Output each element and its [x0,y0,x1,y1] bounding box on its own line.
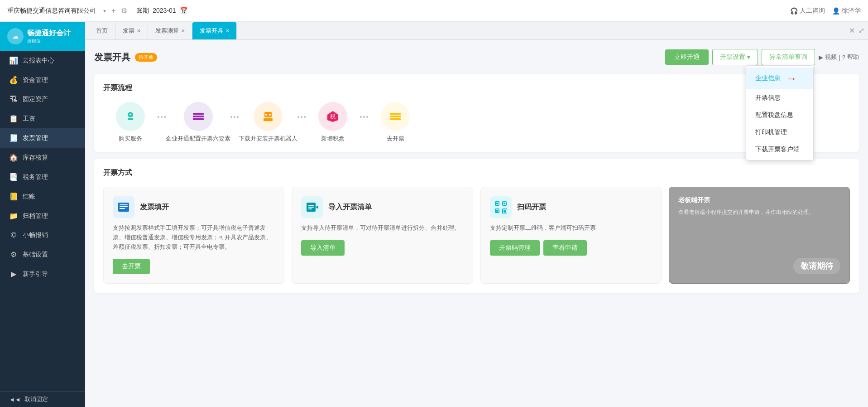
page-content: 发票开具 待开通 立即开通 开票设置 ▾ 异常清单查询 ▶ 视频 [85,40,868,407]
dropdown-item-company-info[interactable]: 企业信息 → [746,68,813,89]
tab-bar-actions: ✕ ⤢ [849,26,864,35]
import-invoice-title: 导入开票清单 [328,203,372,212]
tab-close-all-btn[interactable]: ✕ [849,26,855,35]
user-service[interactable]: 🎧 人工咨询 [790,7,825,15]
sidebar-item-jichu[interactable]: ⚙ 基础设置 [0,245,85,264]
taxdisk-label: 新增税盘 [321,135,345,143]
user-avatar-icon: 👤 [832,7,840,15]
tab-expand-btn[interactable]: ⤢ [858,26,864,35]
svg-point-7 [269,114,271,116]
anomaly-button[interactable]: 异常清单查询 [762,49,815,65]
download-label: 下载并安装开票机器人 [239,135,297,143]
method-import-header: 导入开票清单 [301,196,463,218]
tab-fapiaokaiwan[interactable]: 发票开具 × [192,22,237,39]
money-icon: 💰 [9,76,18,84]
account-icon: 📒 [9,192,18,201]
sidebar-item-kucun[interactable]: 🏠 库存核算 [0,148,85,167]
guide-icon: ▶ [9,270,18,278]
step-divider-3 [297,116,306,129]
methods-section-title: 开票方式 [103,168,850,178]
top-bar: 重庆畅捷交通信息咨询有限公司 ▾ + ⚙ 账期 2023-01 📅 🎧 人工咨询… [0,0,868,22]
taxdisk-icon: 税+ [318,102,347,131]
sidebar-item-xiaochang[interactable]: © 小畅报销 [0,226,85,245]
tab-fapiao[interactable]: 发票 × [115,22,148,39]
svg-rect-4 [193,118,204,120]
dropdown-item-printer[interactable]: 打印机管理 [746,124,813,141]
methods-section: 开票方式 发票填开 支持按照发票样式手工填开发票；可开具增值税电子普通发票、增值… [94,159,859,293]
red-arrow-icon: → [786,72,797,85]
fill-invoice-title: 发票填开 [140,203,169,212]
sidebar-bottom-action[interactable]: ◄◄ 取消固定 [0,391,85,407]
settings-label: 开票设置 [720,53,745,61]
svg-rect-8 [264,118,273,121]
app-container: 重庆畅捷交通信息咨询有限公司 ▾ + ⚙ 账期 2023-01 📅 🎧 人工咨询… [0,0,868,407]
logo-subtitle: 旗舰版 [27,38,71,44]
sidebar-item-yunbao[interactable]: 📊 云报表中心 [0,51,85,70]
flow-section-title: 开票流程 [103,83,850,93]
flow-step-taxdisk: 税+ 新增税盘 [306,102,360,143]
dropdown-item-invoice-info[interactable]: 开票信息 [746,89,813,107]
config-label: 企业开通配置开票六要素 [166,135,230,143]
sidebar-item-fapiao[interactable]: 🧾 发票管理 [0,128,85,148]
archive-icon: 📁 [9,212,18,220]
page-title-area: 发票开具 待开通 [94,51,157,63]
dropdown-menu: 企业信息 → 开票信息 配置税盘信息 打印机管理 [746,65,814,160]
svg-text:+: + [129,112,132,117]
scan-invoice-btn2[interactable]: 查看申请 [543,240,587,256]
top-bar-right: 🎧 人工咨询 👤 徐泽华 [790,7,861,15]
go-invoice-label: 去开票 [387,135,404,143]
salary-icon: 📋 [9,114,18,123]
sidebar-item-gudingzichan[interactable]: 🏗 固定资产 [0,90,85,109]
add-icon[interactable]: + [111,7,115,15]
activate-button[interactable]: 立即开通 [665,49,709,65]
scan-invoice-icon [490,196,512,218]
svg-rect-28 [504,203,505,204]
sidebar-item-jiezhang[interactable]: 📒 结账 [0,187,85,206]
svg-rect-29 [496,210,498,212]
sidebar-item-shuiwu[interactable]: 📑 税务管理 [0,167,85,187]
scan-invoice-btn1[interactable]: 开票码管理 [490,240,540,256]
config-icon [184,102,213,131]
dropdown-item-company-info-label: 企业信息 [755,74,781,82]
buy-service-icon: + [116,102,145,131]
tab-fapiaocesuan-close[interactable]: × [182,28,185,34]
tab-fapiaokaiwan-close[interactable]: × [226,28,229,34]
page-header: 发票开具 待开通 立即开通 开票设置 ▾ 异常清单查询 ▶ 视频 [94,49,859,65]
content-area: 首页 发票 × 发票测算 × 发票开具 × ✕ ⤢ [85,22,868,407]
boss-invoice-desc: 查看老板端小程序提交的开票申请，并作出相应的处理。 [678,208,840,216]
page-actions: 立即开通 开票设置 ▾ 异常清单查询 ▶ 视频 | ? 帮助 [665,49,859,65]
sidebar-item-guidang[interactable]: 📁 归档管理 [0,206,85,226]
svg-rect-27 [496,203,498,204]
sidebar-item-zijin[interactable]: 💰 资金管理 [0,70,85,90]
fill-invoice-btn[interactable]: 去开票 [113,259,150,274]
tab-fapiaocesuan[interactable]: 发票测算 × [148,22,192,39]
method-card-scan: 扫码开票 支持定制开票二维码，客户端可扫码开票 开票码管理 查看申请 [480,187,662,284]
svg-point-6 [265,114,267,116]
sidebar-item-label: 发票管理 [23,134,48,142]
sidebar-item-label: 固定资产 [23,95,48,103]
settings-icon[interactable]: ⚙ [121,6,127,15]
dropdown-item-tax-disk[interactable]: 配置税盘信息 [746,107,813,124]
tab-fapiaokaiwan-label: 发票开具 [200,27,223,35]
boss-invoice-badge: 敬请期待 [793,258,840,274]
video-button[interactable]: ▶ 视频 | ? 帮助 [819,53,859,61]
svg-rect-21 [308,205,314,206]
settings-button[interactable]: 开票设置 ▾ [712,49,758,65]
fill-invoice-icon [113,196,134,218]
sidebar-item-label: 归档管理 [23,212,48,220]
tab-home[interactable]: 首页 [89,22,115,39]
sidebar-item-gongzi[interactable]: 📋 工资 [0,109,85,128]
sidebar-item-label: 资金管理 [23,76,48,84]
headset-icon: 🎧 [790,7,798,15]
help-icon: ? [842,54,845,61]
sidebar-item-xinshou[interactable]: ▶ 新手引导 [0,264,85,284]
dropdown-item-invoice-info-label: 开票信息 [755,94,781,101]
play-icon: ▶ [819,54,823,61]
tab-fapiao-close[interactable]: × [137,28,140,34]
company-dropdown-icon[interactable]: ▾ [103,8,106,14]
svg-rect-12 [390,113,401,115]
user-info[interactable]: 👤 徐泽华 [832,7,861,15]
dropdown-item-tax-disk-label: 配置税盘信息 [755,111,793,118]
dropdown-item-download-client[interactable]: 下载开票客户端 [746,141,813,158]
import-invoice-btn[interactable]: 导入清单 [301,240,345,256]
